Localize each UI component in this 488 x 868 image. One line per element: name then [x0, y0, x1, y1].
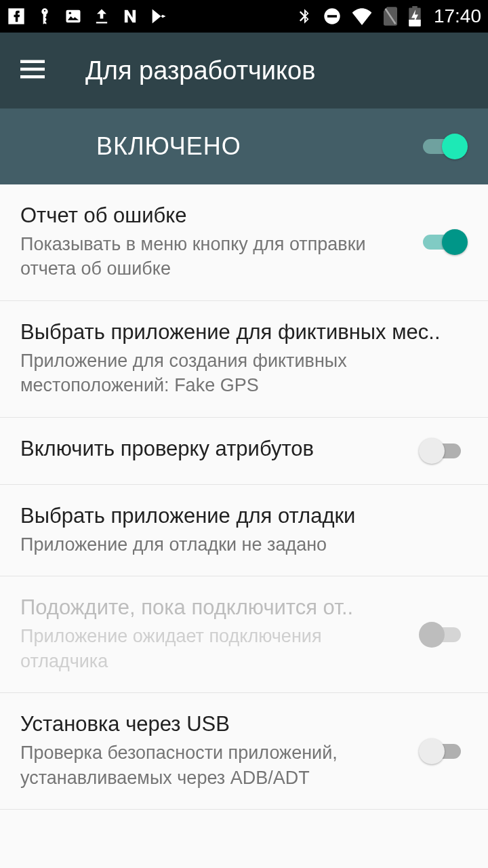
battery-charging-icon [408, 6, 422, 26]
status-right: 17:40 [296, 5, 481, 27]
status-time: 17:40 [434, 5, 481, 27]
list-item-sub: Приложение для отладки не задано [20, 532, 468, 557]
dnd-icon [323, 7, 342, 26]
key-icon [35, 7, 54, 26]
list-item-attribute-check[interactable]: Включить проверку атрибутов [0, 418, 488, 485]
list-item-title: Выбрать приложение для отладки [20, 504, 468, 528]
svg-rect-7 [20, 75, 45, 79]
svg-point-2 [69, 12, 72, 14]
page-title: Для разработчиков [85, 56, 315, 85]
status-bar: 17:40 [0, 0, 488, 33]
list-item-title: Выбрать приложение для фиктивных мес.. [20, 320, 468, 344]
svg-rect-5 [20, 60, 45, 64]
n-icon [121, 7, 140, 26]
play-store-icon [149, 7, 168, 26]
menu-icon[interactable] [20, 59, 45, 82]
list-item-bug-report[interactable]: Отчет об ошибке Показывать в меню кнопку… [0, 184, 488, 301]
list-item-sub: Приложение ожидает подключения отладчика [20, 624, 405, 673]
list-item-title: Включить проверку атрибутов [20, 437, 405, 461]
list-item-sub: Показывать в меню кнопку для отправки от… [20, 232, 405, 281]
master-toggle-row[interactable]: ВКЛЮЧЕНО [0, 108, 488, 184]
facebook-icon [7, 7, 26, 26]
svg-rect-1 [66, 10, 81, 23]
status-left [7, 7, 168, 26]
list-item-sub: Проверка безопасности приложений, устана… [20, 741, 405, 790]
picture-icon [64, 7, 83, 26]
toggle-switch[interactable] [419, 437, 468, 465]
list-item-debug-app[interactable]: Выбрать приложение для отладки Приложени… [0, 485, 488, 576]
master-toggle-label: ВКЛЮЧЕНО [96, 132, 241, 161]
list-item-mock-location[interactable]: Выбрать приложение для фиктивных мес.. П… [0, 301, 488, 418]
app-bar: Для разработчиков [0, 33, 488, 108]
list-item-sub: Приложение для создания фиктивных местоп… [20, 349, 468, 398]
master-toggle-switch[interactable] [419, 132, 468, 161]
upload-icon [92, 7, 111, 26]
svg-rect-6 [20, 68, 45, 71]
list-item-usb-install[interactable]: Установка через USB Проверка безопасност… [0, 693, 488, 810]
list-item-title: Подождите, пока подключится от.. [20, 595, 405, 620]
list-item-title: Установка через USB [20, 712, 405, 736]
bluetooth-icon [296, 7, 313, 25]
settings-list: Отчет об ошибке Показывать в меню кнопку… [0, 184, 488, 810]
no-sim-icon [382, 6, 399, 26]
toggle-switch[interactable] [419, 228, 468, 256]
toggle-switch[interactable] [419, 737, 468, 766]
svg-rect-4 [327, 15, 337, 18]
list-item-wait-debugger: Подождите, пока подключится от.. Приложе… [0, 576, 488, 693]
list-item-title: Отчет об ошибке [20, 203, 405, 228]
toggle-switch [419, 620, 468, 649]
wifi-icon [351, 7, 373, 25]
